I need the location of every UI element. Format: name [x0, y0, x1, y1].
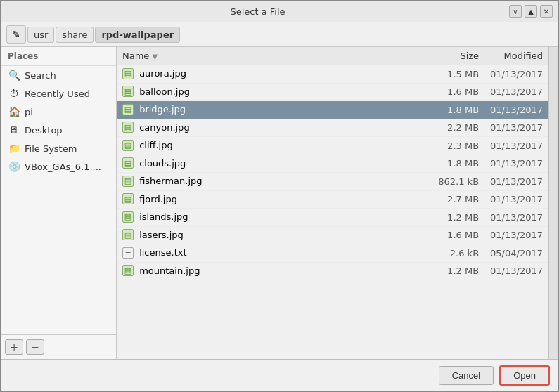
file-name: clouds.jpg	[139, 158, 186, 169]
file-name-cell: ▤ canyon.jpg	[117, 119, 428, 137]
file-name: bridge.jpg	[139, 104, 186, 115]
image-icon: ▤	[122, 104, 134, 115]
scrollbar-track[interactable]	[548, 47, 558, 359]
file-name: mountain.jpg	[139, 266, 200, 276]
file-name-cell: ≡ license.txt	[117, 244, 428, 263]
image-icon: ▤	[122, 265, 134, 276]
table-row[interactable]: ▤ islands.jpg 1.2 MB 01/13/2017	[117, 209, 548, 227]
sidebar: Places 🔍 Search ⏱ Recently Used 🏠 pi 🖥 D…	[1, 47, 117, 359]
cancel-button[interactable]: Cancel	[439, 366, 494, 385]
file-table: Name ▼ Size Modified ▤ aurora.jpg 1.5 MB…	[117, 47, 548, 359]
file-modified-cell: 01/13/2017	[484, 155, 548, 173]
file-size-cell: 2.3 MB	[428, 137, 484, 155]
sidebar-item-search[interactable]: 🔍 Search	[1, 66, 116, 84]
file-name-cell: ▤ aurora.jpg	[117, 65, 428, 84]
image-icon: ▤	[122, 86, 134, 97]
file-panel: Name ▼ Size Modified ▤ aurora.jpg 1.5 MB…	[117, 47, 558, 359]
sidebar-item-recently-used[interactable]: ⏱ Recently Used	[1, 84, 116, 103]
main-content: Places 🔍 Search ⏱ Recently Used 🏠 pi 🖥 D…	[1, 47, 558, 359]
remove-bookmark-button[interactable]: −	[26, 339, 44, 355]
file-modified-cell: 01/13/2017	[484, 101, 548, 119]
sidebar-item-pi[interactable]: 🏠 pi	[1, 103, 116, 121]
file-size-cell: 1.5 MB	[428, 65, 484, 84]
title-right-controls[interactable]: ∨ ▲ ✕	[509, 5, 553, 18]
image-icon: ▤	[122, 68, 134, 79]
table-row[interactable]: ▤ fisherman.jpg 862.1 kB 01/13/2017	[117, 173, 548, 191]
file-name-cell: ▤ islands.jpg	[117, 209, 428, 227]
table-row[interactable]: ▤ cliff.jpg 2.3 MB 01/13/2017	[117, 137, 548, 155]
breadcrumb-usr[interactable]: usr	[27, 27, 54, 43]
sidebar-item-desktop-label: Desktop	[25, 125, 63, 136]
file-name-cell: ▤ cliff.jpg	[117, 137, 428, 155]
sidebar-item-pi-label: pi	[25, 107, 33, 117]
file-name: aurora.jpg	[139, 68, 186, 79]
text-icon: ≡	[122, 247, 134, 259]
search-icon: 🔍	[8, 70, 20, 81]
file-name-cell: ▤ fisherman.jpg	[117, 173, 428, 191]
table-row[interactable]: ▤ mountain.jpg 1.2 MB 01/13/2017	[117, 262, 548, 280]
file-modified-cell: 01/13/2017	[484, 119, 548, 137]
file-modified-cell: 01/13/2017	[484, 226, 548, 244]
file-name-cell: ▤ balloon.jpg	[117, 83, 428, 101]
table-row[interactable]: ▤ fjord.jpg 2.7 MB 01/13/2017	[117, 190, 548, 209]
sidebar-item-filesystem-label: File System	[25, 143, 77, 154]
sort-arrow-name: ▼	[153, 53, 158, 60]
title-bar: Select a File ∨ ▲ ✕	[1, 1, 558, 22]
file-size-cell: 1.6 MB	[428, 83, 484, 101]
vbox-icon: 💿	[8, 161, 20, 172]
table-row[interactable]: ▤ canyon.jpg 2.2 MB 01/13/2017	[117, 119, 548, 137]
file-name: fisherman.jpg	[139, 176, 202, 186]
column-name[interactable]: Name ▼	[117, 47, 428, 65]
file-name: license.txt	[139, 247, 186, 258]
add-bookmark-button[interactable]: +	[5, 339, 23, 355]
breadcrumb-bar: ✎ usr share rpd-wallpaper	[1, 22, 558, 47]
open-button[interactable]: Open	[499, 365, 550, 386]
file-size-cell: 1.6 MB	[428, 226, 484, 244]
file-name: canyon.jpg	[139, 122, 190, 133]
file-size-cell: 2.7 MB	[428, 190, 484, 209]
image-icon: ▤	[122, 122, 134, 133]
recently-used-icon: ⏱	[8, 88, 20, 99]
sidebar-item-vbox[interactable]: 💿 VBox_GAs_6.1....	[1, 157, 116, 176]
edit-path-button[interactable]: ✎	[6, 25, 26, 44]
file-name: balloon.jpg	[139, 86, 190, 97]
sidebar-footer: + −	[1, 334, 116, 359]
image-icon: ▤	[122, 229, 134, 240]
dialog-footer: Cancel Open	[1, 359, 558, 391]
sidebar-item-desktop[interactable]: 🖥 Desktop	[1, 121, 116, 139]
file-modified-cell: 01/13/2017	[484, 83, 548, 101]
title-minimize-btn[interactable]: ▲	[525, 5, 537, 18]
table-row[interactable]: ▤ bridge.jpg 1.8 MB 01/13/2017	[117, 101, 548, 119]
breadcrumb-rpd-wallpaper[interactable]: rpd-wallpaper	[95, 27, 180, 43]
file-modified-cell: 01/13/2017	[484, 262, 548, 280]
file-name-cell: ▤ mountain.jpg	[117, 262, 428, 280]
file-size-cell: 1.2 MB	[428, 209, 484, 227]
sidebar-item-filesystem[interactable]: 📁 File System	[1, 139, 116, 157]
select-file-dialog: Select a File ∨ ▲ ✕ ✎ usr share rpd-wall…	[0, 0, 559, 392]
dialog-title: Select a File	[6, 6, 509, 17]
pi-icon: 🏠	[8, 106, 20, 117]
sidebar-item-search-label: Search	[25, 70, 56, 81]
table-header-row: Name ▼ Size Modified	[117, 47, 548, 65]
file-name-cell: ▤ fjord.jpg	[117, 190, 428, 209]
title-chevron-btn[interactable]: ∨	[509, 5, 522, 18]
file-size-cell: 1.2 MB	[428, 262, 484, 280]
file-modified-cell: 01/13/2017	[484, 65, 548, 84]
table-row[interactable]: ≡ license.txt 2.6 kB 05/04/2017	[117, 244, 548, 263]
sidebar-header: Places	[1, 47, 116, 66]
title-close-btn[interactable]: ✕	[540, 5, 553, 18]
table-row[interactable]: ▤ clouds.jpg 1.8 MB 01/13/2017	[117, 155, 548, 173]
column-modified[interactable]: Modified	[484, 47, 548, 65]
table-row[interactable]: ▤ lasers.jpg 1.6 MB 01/13/2017	[117, 226, 548, 244]
sidebar-item-recently-used-label: Recently Used	[25, 89, 90, 99]
file-name: cliff.jpg	[139, 140, 173, 150]
image-icon: ▤	[122, 211, 134, 223]
breadcrumb-share[interactable]: share	[56, 27, 94, 43]
image-icon: ▤	[122, 140, 134, 151]
image-icon: ▤	[122, 176, 134, 187]
table-row[interactable]: ▤ balloon.jpg 1.6 MB 01/13/2017	[117, 83, 548, 101]
file-size-cell: 862.1 kB	[428, 173, 484, 191]
table-row[interactable]: ▤ aurora.jpg 1.5 MB 01/13/2017	[117, 65, 548, 84]
file-modified-cell: 01/13/2017	[484, 173, 548, 191]
column-size[interactable]: Size	[428, 47, 484, 65]
